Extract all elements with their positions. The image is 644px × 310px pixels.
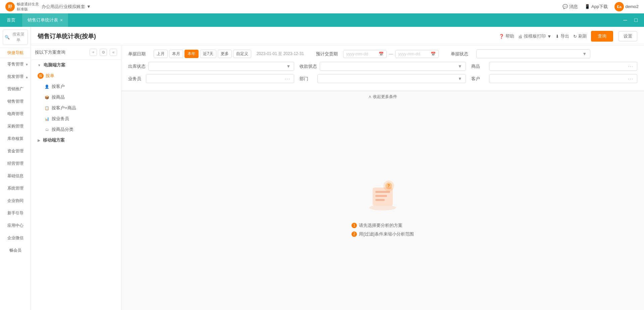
customer-input[interactable]: ··· xyxy=(489,74,637,83)
empty-state: ? 1 请先选择要分析的方案 2 用[过滤]条件来缩小分析范围 xyxy=(121,102,644,310)
cust-goods-icon: 📋 xyxy=(44,105,50,111)
dept-chevron-icon: ▼ xyxy=(458,76,462,81)
tree-node-cust-goods[interactable]: 📋 按客户+商品 xyxy=(31,103,121,113)
collapse-more-conditions[interactable]: ∧ 收起更多条件 xyxy=(121,91,644,102)
query-button[interactable]: 查询 xyxy=(591,31,613,42)
search-icon: 🔍 xyxy=(5,35,10,40)
message-btn[interactable]: 💬 消息 xyxy=(562,4,578,10)
app-download-btn[interactable]: 📱 App下载 xyxy=(585,4,608,10)
chevron-down-icon: ▼ xyxy=(25,62,29,66)
ship-status-label: 出库状态 xyxy=(128,63,146,69)
filter-row-1: 单据日期 上月 本月 本年 近7天 更多 自定义 2023-01-01 至 20… xyxy=(128,49,637,58)
date-btn-last-month[interactable]: 上月 xyxy=(154,50,168,58)
sidebar-item-finance[interactable]: 资金管理 xyxy=(0,145,31,157)
sidebar-item-operations[interactable]: 经营管理 xyxy=(0,157,31,170)
sidebar-item-enterprise[interactable]: 企业协同 xyxy=(0,195,31,207)
tree-node-order[interactable]: 按 按单 xyxy=(31,70,121,81)
topbar-right: 💬 消息 📱 App下载 Ea demo2 xyxy=(562,2,639,11)
tab-close-icon[interactable]: × xyxy=(60,17,63,23)
settings-button[interactable]: 设置 xyxy=(619,31,637,41)
goods-label: 商品 xyxy=(471,63,486,69)
sidebar-item-appstore[interactable]: 应用中心 xyxy=(0,219,31,232)
right-content: 单据日期 上月 本月 本年 近7天 更多 自定义 2023-01-01 至 20… xyxy=(121,45,644,310)
mobile-icon: 📱 xyxy=(585,4,590,9)
tree-node-goods-category[interactable]: 🗂 按商品分类 xyxy=(31,124,121,135)
tab-home[interactable]: 首页 xyxy=(0,13,22,27)
topbar-left: 好 畅捷通好生意 标准版 办公用品行业模拟账套 ▼ xyxy=(5,2,91,11)
bill-status-label: 单据状态 xyxy=(451,51,471,57)
date-btn-this-month[interactable]: 本月 xyxy=(169,50,183,58)
sidebar-item-marketing[interactable]: 营销推广 xyxy=(0,83,31,95)
empty-tip-1: 1 请先选择要分析的方案 xyxy=(352,221,414,230)
settings-scheme-btn[interactable]: ⚙ xyxy=(100,49,107,56)
sidebar-item-basic[interactable]: 基础信息 xyxy=(0,170,31,182)
empty-tip-2: 2 用[过滤]条件来缩小分析范围 xyxy=(352,230,414,239)
export-btn[interactable]: ⬇ 导出 xyxy=(555,33,569,39)
help-icon: ❓ xyxy=(499,34,504,39)
expected-date-end-input[interactable]: yyyy-mm-dd 📅 xyxy=(395,50,439,58)
customer-more-icon: ··· xyxy=(628,76,634,81)
tree-expand-icon: ▼ xyxy=(38,63,41,67)
salesperson-icon: 📊 xyxy=(44,116,50,121)
filter-area: 单据日期 上月 本月 本年 近7天 更多 自定义 2023-01-01 至 20… xyxy=(121,45,644,91)
filter-row-2: 出库状态 ▼ 收款状态 ▼ xyxy=(128,62,637,71)
retail-label: 零售管理 xyxy=(7,61,23,67)
chevron-up-icon: ▲ xyxy=(25,75,29,79)
category-icon: 🗂 xyxy=(44,127,50,132)
date-btn-custom[interactable]: 自定义 xyxy=(233,50,251,58)
tree-group-pc[interactable]: ▼ 电脑端方案 xyxy=(31,60,121,70)
message-icon: 💬 xyxy=(562,4,568,9)
sidebar-item-sales[interactable]: 销售管理 xyxy=(0,95,31,108)
tab-maximize-icon[interactable]: □ xyxy=(632,16,640,24)
receipt-status-select[interactable]: ▼ xyxy=(320,62,466,71)
goods-input[interactable]: ··· xyxy=(489,62,637,71)
svg-rect-2 xyxy=(375,191,390,193)
date-label: 单据日期 xyxy=(128,51,148,57)
quick-nav-btn[interactable]: 快捷导航 xyxy=(0,48,31,58)
sidebar-item-guide[interactable]: 新手引导 xyxy=(0,207,31,219)
print-btn[interactable]: 🖨 按模板打印 ▼ xyxy=(518,33,551,39)
sidebar-item-system[interactable]: 系统管理 xyxy=(0,182,31,195)
sidebar-item-member[interactable]: 畅会员 xyxy=(0,244,31,257)
tree-expand-mobile-icon: ▶ xyxy=(38,139,40,142)
user-menu[interactable]: Ea demo2 xyxy=(614,2,639,11)
content-area: 销售订单统计表(按单) ❓ 帮助 🖨 按模板打印 ▼ ⬇ 导出 ↻ 刷新 xyxy=(31,27,644,310)
breadcrumb[interactable]: 办公用品行业模拟账套 ▼ xyxy=(42,4,91,10)
dept-select[interactable]: ▼ xyxy=(317,74,466,83)
dept-label: 部门 xyxy=(300,76,315,82)
refresh-btn[interactable]: ↻ 刷新 xyxy=(573,33,587,39)
salesperson-more-icon: ··· xyxy=(285,76,290,81)
tree-group-mobile[interactable]: ▶ 移动端方案 xyxy=(31,135,121,146)
ship-status-select[interactable]: ▼ xyxy=(148,62,294,71)
salesperson-input[interactable]: ··· xyxy=(146,74,294,83)
sidebar-item-wholesale[interactable]: 批发管理 ▲ xyxy=(0,70,31,83)
date-btn-7days[interactable]: 近7天 xyxy=(200,50,216,58)
logo-area: 好 畅捷通好生意 标准版 xyxy=(5,2,39,11)
sidebar-item-retail[interactable]: 零售管理 ▼ xyxy=(0,58,31,70)
tree-node-goods[interactable]: 📦 按商品 xyxy=(31,92,121,103)
tab-minimize-icon[interactable]: ─ xyxy=(621,16,629,24)
search-menu-btn[interactable]: 🔍 搜索菜单 xyxy=(3,30,28,45)
expected-date-start-input[interactable]: yyyy-mm-dd 📅 xyxy=(343,50,387,58)
tab-sales-order-stats[interactable]: 销售订单统计表 × xyxy=(22,13,68,27)
collapse-panel-btn[interactable]: « xyxy=(110,49,117,56)
sidebar-item-inventory[interactable]: 库存核算 xyxy=(0,133,31,145)
calendar-start-icon: 📅 xyxy=(379,52,384,56)
help-btn[interactable]: ❓ 帮助 xyxy=(499,33,514,39)
left-panel-icons: + ⚙ « xyxy=(90,49,117,56)
order-icon: 按 xyxy=(38,73,44,79)
tree-node-salesperson[interactable]: 📊 按业务员 xyxy=(31,113,121,124)
date-btn-more[interactable]: 更多 xyxy=(218,50,232,58)
sidebar-item-ecommerce[interactable]: 电商管理 xyxy=(0,108,31,120)
bill-status-select[interactable]: ▼ xyxy=(476,49,590,58)
avatar: Ea xyxy=(614,2,624,11)
sidebar-item-wechat[interactable]: 企业微信 xyxy=(0,232,31,244)
logo-text: 畅捷通好生意 标准版 xyxy=(17,2,39,11)
left-panel-header: 按以下方案查询 + ⚙ « xyxy=(31,45,121,60)
tree-node-customer[interactable]: 👤 按客户 xyxy=(31,81,121,92)
empty-illustration: ? xyxy=(363,174,403,214)
print-icon: 🖨 xyxy=(518,34,523,39)
add-scheme-btn[interactable]: + xyxy=(90,49,97,56)
sidebar-item-purchase[interactable]: 采购管理 xyxy=(0,120,31,133)
date-btn-this-year[interactable]: 本年 xyxy=(184,50,199,58)
